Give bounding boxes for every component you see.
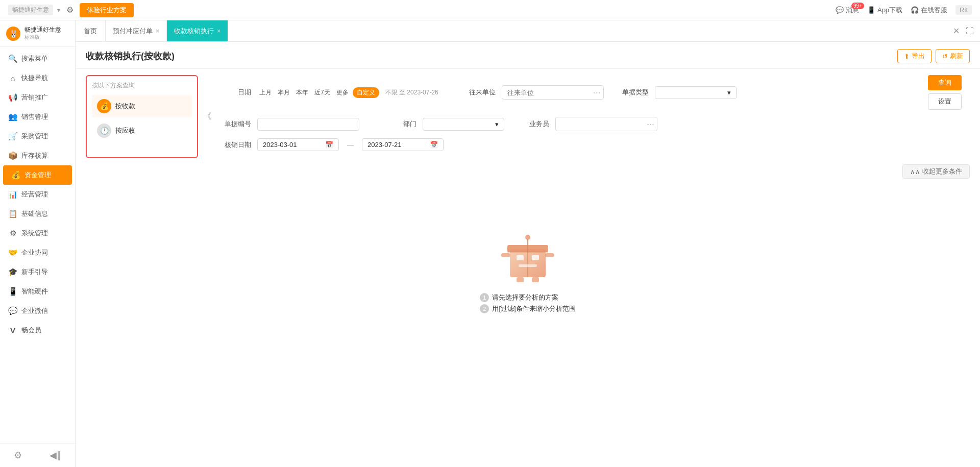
partner-input-wrap[interactable]: ··· <box>502 85 604 100</box>
sidebar-settings-btn[interactable]: ⚙ <box>10 448 26 463</box>
main-layout: 🐰 畅捷通好生意 标准版 🔍 搜索菜单 ⌂ 快捷导航 📢 营销推广 👥 销售管理 <box>0 20 980 467</box>
sidebar-item-purchase-label: 采购管理 <box>21 132 48 141</box>
page-header: 收款核销执行(按收款) ⬆ 导出 ↺ 刷新 <box>76 42 980 69</box>
tab-home[interactable]: 首页 <box>76 20 106 41</box>
query-actions: 查询 设置 <box>928 75 962 110</box>
sidebar-item-member[interactable]: V 畅会员 <box>0 321 75 340</box>
filter-mode-selector: 按以下方案查询 💰 按收款 🕐 按应收 <box>86 75 198 158</box>
search-icon: 🔍 <box>8 54 17 63</box>
collapse-more-btn[interactable]: ∧∧ 收起更多条件 <box>902 164 970 179</box>
verify-date-start-field[interactable]: 2023-03-01 📅 <box>257 138 339 151</box>
dept-select[interactable]: ▾ <box>423 118 504 131</box>
date-btn-more[interactable]: 更多 <box>334 87 351 98</box>
service-label: 在线客服 <box>921 6 947 15</box>
member-icon: V <box>8 326 17 335</box>
sidebar-item-basic-label: 基础信息 <box>21 209 48 218</box>
sidebar-item-search[interactable]: 🔍 搜索菜单 <box>0 49 75 68</box>
msg-btn[interactable]: 💬 消息 99+ <box>836 6 859 15</box>
date-btn-this-year[interactable]: 本年 <box>294 87 310 98</box>
sidebar-item-sales[interactable]: 👥 销售管理 <box>0 107 75 127</box>
sidebar-item-search-label: 搜索菜单 <box>21 54 48 63</box>
filter-row-1: 日期 上月 本月 本年 近7天 更多 自定义 不限 至 2023-07-26 往… <box>220 75 962 110</box>
doc-no-label: 单据编号 <box>220 119 251 129</box>
user-info[interactable]: Rit <box>955 5 972 15</box>
sidebar-item-purchase[interactable]: 🛒 采购管理 <box>0 127 75 146</box>
date-btn-this-month[interactable]: 本月 <box>276 87 292 98</box>
sidebar-item-inventory[interactable]: 📦 库存核算 <box>0 146 75 165</box>
sidebar-item-wechat[interactable]: 💬 企业微信 <box>0 301 75 321</box>
staff-input[interactable] <box>561 120 647 128</box>
finance-icon: 💰 <box>11 170 20 180</box>
partner-dots-icon[interactable]: ··· <box>593 88 601 97</box>
sidebar-item-basic[interactable]: 📋 基础信息 <box>0 204 75 224</box>
page-title: 收款核销执行(按收款) <box>86 50 175 62</box>
query-btn[interactable]: 查询 <box>928 75 962 90</box>
filter-row-2: 单据编号 部门 ▾ 业务员 ··· <box>220 117 962 131</box>
filter-option-by-receivable[interactable]: 🕐 按应收 <box>92 119 192 142</box>
sidebar-item-hardware[interactable]: 📱 智能硬件 <box>0 282 75 301</box>
refresh-icon: ↺ <box>942 53 948 60</box>
partner-input[interactable] <box>507 89 593 96</box>
home-icon: ⌂ <box>8 74 17 83</box>
tab-receipt-verify-close[interactable]: × <box>217 28 220 35</box>
app-icon: 📱 <box>867 6 875 14</box>
date-btn-last-month[interactable]: 上月 <box>257 87 274 98</box>
export-btn[interactable]: ⬆ 导出 <box>897 49 932 63</box>
date-shortcuts: 上月 本月 本年 近7天 更多 自定义 <box>257 87 379 98</box>
app-download-btn[interactable]: 📱 App下载 <box>867 6 902 15</box>
partner-label: 往来单位 <box>465 88 496 97</box>
setting-btn[interactable]: 设置 <box>928 93 962 110</box>
sidebar-bottom: ⚙ ◀‖ <box>0 443 75 467</box>
by-receipt-icon: 💰 <box>97 99 111 113</box>
filter-option-by-receipt[interactable]: 💰 按收款 <box>92 95 192 117</box>
service-icon: 🎧 <box>911 6 919 14</box>
tab-receipt-verify[interactable]: 收款核销执行 × <box>167 20 228 41</box>
dept-chevron-icon: ▾ <box>495 120 499 128</box>
tab-receipt-verify-label: 收款核销执行 <box>174 27 214 36</box>
service-btn[interactable]: 🎧 在线客服 <box>911 6 947 15</box>
filter-collapse-toggle[interactable]: 《 <box>202 75 212 158</box>
sidebar-item-system[interactable]: ⚙ 系统管理 <box>0 224 75 243</box>
operation-icon: 📊 <box>8 190 17 199</box>
staff-label: 业务员 <box>519 119 549 129</box>
svg-rect-6 <box>519 264 537 267</box>
industry-btn[interactable]: 休验行业方案 <box>80 3 134 17</box>
sidebar-item-operation[interactable]: 📊 经营管理 <box>0 185 75 204</box>
empty-hint-2: 用[过滤]条件来缩小分析范围 <box>492 304 575 313</box>
verify-date-end-field[interactable]: 2023-07-21 📅 <box>362 138 444 151</box>
sidebar-item-guide[interactable]: 🎓 新手引导 <box>0 262 75 282</box>
hint-num-2: 2 <box>480 304 489 313</box>
sidebar-item-member-label: 畅会员 <box>21 326 41 335</box>
sidebar-item-finance[interactable]: 💰 资金管理 <box>3 165 72 185</box>
date-btn-7days[interactable]: 近7天 <box>312 87 332 98</box>
tab-prepay-close[interactable]: × <box>156 28 159 35</box>
svg-rect-10 <box>532 277 539 282</box>
doc-no-input[interactable] <box>257 118 359 131</box>
collapse-more-label: 收起更多条件 <box>922 167 962 176</box>
sidebar-item-sales-label: 销售管理 <box>21 112 48 121</box>
sidebar-item-quicknav[interactable]: ⌂ 快捷导航 <box>0 68 75 88</box>
top-bar-logo: 畅捷通好生意 <box>8 5 53 15</box>
verify-date-label: 核销日期 <box>220 140 251 150</box>
staff-dots-icon[interactable]: ··· <box>647 119 654 129</box>
sidebar-logo: 🐰 畅捷通好生意 标准版 <box>0 20 75 47</box>
staff-input-wrap[interactable]: ··· <box>555 117 657 131</box>
filter-row-3: 核销日期 2023-03-01 📅 — 2023-07-21 📅 <box>220 138 962 151</box>
chevron-down-icon: ▾ <box>727 89 731 96</box>
refresh-btn[interactable]: ↺ 刷新 <box>936 49 970 63</box>
svg-rect-8 <box>545 253 554 257</box>
tab-close-icon[interactable]: ✕ <box>951 24 962 38</box>
sidebar-item-marketing-label: 营销推广 <box>21 93 48 102</box>
tab-prepay[interactable]: 预付冲应付单 × <box>106 20 167 41</box>
top-bar-dropdown-arrow[interactable]: ▾ <box>57 7 60 14</box>
sidebar-item-marketing[interactable]: 📢 营销推广 <box>0 88 75 107</box>
sidebar-item-collab[interactable]: 🤝 企业协同 <box>0 243 75 262</box>
top-bar-gear-icon[interactable]: ⚙ <box>66 5 74 15</box>
tab-expand-icon[interactable]: ⛶ <box>964 24 976 38</box>
doc-type-select[interactable]: ▾ <box>655 86 737 99</box>
sidebar-item-wechat-label: 企业微信 <box>21 306 48 315</box>
calendar-start-icon: 📅 <box>325 141 333 149</box>
sidebar-collapse-btn[interactable]: ◀‖ <box>45 448 65 463</box>
top-bar-right: 💬 消息 99+ 📱 App下载 🎧 在线客服 Rit <box>836 5 972 15</box>
date-custom-tag[interactable]: 自定义 <box>353 87 379 98</box>
